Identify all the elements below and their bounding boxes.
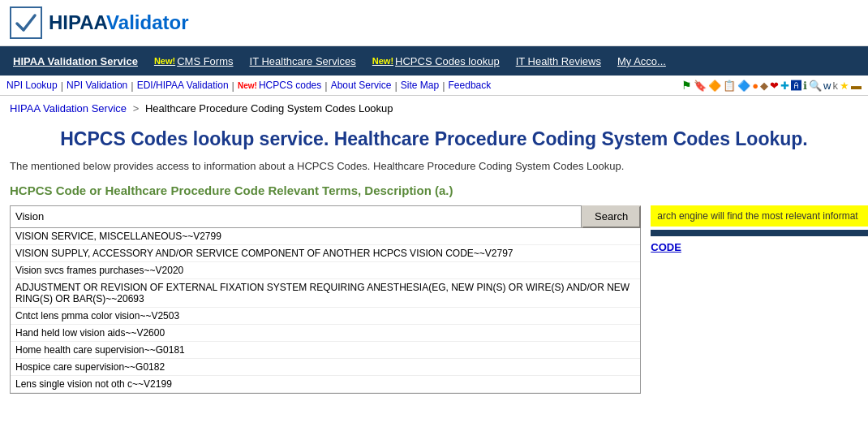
subnav-sep1: | [61,80,63,92]
delicious-icon[interactable]: 🔷 [737,80,750,92]
subnav-edi-hipaa[interactable]: EDI/HIPAA Validation [137,80,229,91]
dropdown-item[interactable]: Home health care supervision~~G0181 [11,342,640,359]
dropdown-item[interactable]: Lens single vision not oth c~~V2199 [11,376,640,393]
search-dropdown: VISION SERVICE, MISCELLANEOUS~~V2799 VIS… [10,228,641,394]
dropdown-item[interactable]: Hand held low vision aids~~V2600 [11,325,640,342]
nav-healthcare-services[interactable]: IT Healthcare Services [242,46,364,76]
dropdown-item[interactable]: Hospice care supervision~~G0182 [11,359,640,376]
page-title: HCPCS Codes lookup service. Healthcare P… [10,127,858,152]
navbar: HIPAA Validation Service New! CMS Forms … [0,46,868,76]
dropdown-item[interactable]: Vision svcs frames purchases~~V2020 [11,262,640,279]
subnav-sep4: | [324,80,327,92]
code-link-area: CODE [651,241,868,253]
social-icon7[interactable]: w [823,80,831,92]
logo-hipaa: HIPAA [49,11,106,33]
right-hint-box: arch engine will find the most relevant … [651,205,868,227]
checkmark-icon [14,11,38,35]
code-link[interactable]: CODE [651,241,681,253]
logo-validator: Validator [106,11,188,33]
search-input[interactable] [10,205,582,228]
logo-text: HIPAAValidator [49,11,188,34]
subnav-sep6: | [442,80,445,92]
social-icon8[interactable]: k [833,80,839,92]
subnav: NPI Lookup | NPI Validation | EDI/HIPAA … [0,76,868,96]
social-icon4[interactable]: 🅰 [791,80,801,92]
search-button[interactable]: Search [582,205,641,228]
right-panel: arch engine will find the most relevant … [651,205,868,253]
search-and-right: Search VISION SERVICE, MISCELLANEOUS~~V2… [10,205,858,390]
breadcrumb-current: Healthcare Procedure Coding System Codes… [145,102,393,114]
section-heading: HCPCS Code or Healthcare Procedure Code … [10,183,858,197]
social-icon6[interactable]: 🔍 [809,80,822,92]
dropdown-item[interactable]: VISION SUPPLY, ACCESSORY AND/OR SERVICE … [11,245,640,262]
dropdown-item[interactable]: Cntct lens pmma color vision~~V2503 [11,308,640,325]
subnav-feedback[interactable]: Feedback [449,80,492,91]
subnav-sep3: | [232,80,234,92]
nav-hcpcs-lookup[interactable]: New! HCPCS Codes lookup [364,46,508,76]
subnav-about[interactable]: About Service [331,80,392,91]
page-description: The mentioned below provides access to i… [10,160,858,172]
subnav-sep5: | [394,80,397,92]
dropdown-item[interactable]: VISION SERVICE, MISCELLANEOUS~~V2799 [11,228,640,245]
nav-cms-forms[interactable]: New! CMS Forms [146,46,242,76]
search-bar: Search [10,205,641,228]
subnav-npi-lookup[interactable]: NPI Lookup [6,80,58,91]
subnav-icons: ⚑ 🔖 🔶 📋 🔷 ● ◆ ❤ ✚ 🅰 ℹ 🔍 w k ★ ▬ [681,79,862,92]
reddit-icon[interactable]: ● [752,80,758,92]
social-icon9[interactable]: ★ [840,80,849,92]
social-icon3[interactable]: ✚ [780,80,789,92]
search-left: Search VISION SERVICE, MISCELLANEOUS~~V2… [10,205,641,390]
blue-divider [651,230,868,236]
bookmark-icon[interactable]: 🔶 [708,80,721,92]
main-content: HCPCS Codes lookup service. Healthcare P… [0,127,868,399]
subnav-npi-validation[interactable]: NPI Validation [67,80,127,91]
breadcrumb-sep: > [133,102,140,114]
logo-check-box [10,6,42,39]
header: HIPAAValidator [0,0,868,46]
dropdown-item[interactable]: ADJUSTMENT OR REVISION OF EXTERNAL FIXAT… [11,279,640,308]
social-icon2[interactable]: ❤ [770,80,779,92]
subnav-new-tag: New! [238,81,257,90]
subnav-hcpcs-codes[interactable]: HCPCS codes [259,80,321,91]
social-icon10[interactable]: ▬ [851,80,862,92]
breadcrumb-parent[interactable]: HIPAA Validation Service [10,102,127,114]
nav-health-reviews[interactable]: IT Health Reviews [508,46,609,76]
feed-icon[interactable]: 📋 [723,80,736,92]
social-icon1[interactable]: ◆ [760,80,768,92]
flag-blue-icon[interactable]: 🔖 [694,80,707,92]
nav-my-account[interactable]: My Acco... [609,46,674,76]
social-icon5[interactable]: ℹ [803,80,807,92]
subnav-sep2: | [131,80,133,92]
flag-green-icon[interactable]: ⚑ [681,79,692,92]
nav-hipaa-validation[interactable]: HIPAA Validation Service [5,46,146,76]
logo: HIPAAValidator [10,6,188,39]
breadcrumb: HIPAA Validation Service > Healthcare Pr… [0,96,868,121]
subnav-sitemap[interactable]: Site Map [401,80,439,91]
